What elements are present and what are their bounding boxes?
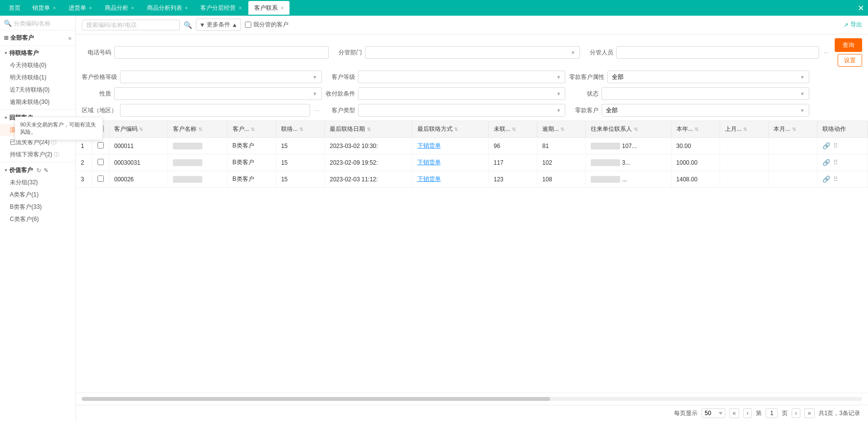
col-this-year-sort[interactable]: ⇅	[695, 126, 699, 132]
close-purchaseorder-icon[interactable]: ×	[89, 5, 92, 11]
sidebar-search-input[interactable]	[14, 20, 76, 27]
lingqu-attr-select[interactable]: 全部 ▼	[607, 71, 809, 83]
edit-icon[interactable]: ✎	[44, 167, 48, 174]
nav-prev-button[interactable]: ‹	[743, 408, 752, 418]
sidebar-item-ungrouped[interactable]: 未分组(32)	[0, 176, 75, 189]
action-more-icon-1[interactable]: ⠿	[833, 159, 838, 166]
manager-select[interactable]	[616, 46, 819, 59]
sidebar-search-icon: 🔍	[4, 20, 12, 27]
col-code-sort[interactable]: ⇅	[139, 126, 143, 132]
filter-field-gender: 性质 ▼	[82, 87, 322, 100]
status-arrow: ▼	[800, 91, 805, 97]
nav-tab-purchaseorder[interactable]: 进货单 ×	[63, 1, 98, 15]
row-checkbox-2[interactable]	[97, 175, 104, 182]
col-contact-person-sort[interactable]: ⇅	[634, 126, 638, 132]
nav-tab-customer-segment[interactable]: 客户分层经营 ×	[194, 1, 247, 15]
col-last-date-sort[interactable]: ⇅	[367, 126, 371, 132]
sidebar-search-area: 🔍	[0, 16, 75, 30]
nav-tab-salesorder[interactable]: 销货单 ×	[26, 1, 62, 15]
customer-type-select[interactable]: ▼	[358, 104, 566, 117]
search-input[interactable]	[82, 20, 180, 30]
status-select[interactable]: ▼	[602, 87, 809, 100]
export-icon: ↗	[844, 22, 848, 28]
sidebar-item-overdue[interactable]: 逾期未联络(30)	[0, 96, 75, 108]
close-window-icon[interactable]: ✕	[858, 3, 864, 13]
class-c-label: C类客户(6)	[10, 215, 39, 223]
per-page-select[interactable]: 50 20 100	[701, 408, 725, 418]
col-contact-sort[interactable]: ⇅	[299, 126, 303, 132]
cell-contact-2: 15	[276, 171, 324, 188]
row-checkbox-0[interactable]	[97, 142, 104, 149]
col-name-label: 客户名称	[173, 125, 196, 132]
query-button[interactable]: 查询	[835, 38, 862, 52]
export-button[interactable]: ↗ 导出	[844, 21, 862, 29]
col-unlocked: 未联... ⇅	[488, 121, 537, 138]
price-level-select[interactable]: ▼	[120, 71, 322, 83]
close-salesorder-icon[interactable]: ×	[53, 5, 56, 11]
close-analysis-list-icon[interactable]: ×	[185, 5, 188, 11]
col-overdue-sort[interactable]: ⇅	[560, 126, 564, 132]
sidebar-collapse-icon[interactable]: «	[68, 35, 72, 42]
last-method-link-1[interactable]: 下销货单	[417, 159, 441, 166]
lingqu-attr-arrow: ▼	[800, 74, 805, 80]
last-method-link-0[interactable]: 下销货单	[417, 142, 441, 149]
dept-select[interactable]: ▼	[365, 46, 579, 59]
sidebar-item-class-a[interactable]: A类客户(1)	[0, 189, 75, 201]
action-link-icon-0[interactable]: 🔗	[822, 142, 830, 149]
my-customers-checkbox[interactable]	[245, 22, 251, 28]
my-customers-checkbox-label[interactable]: 我分管的客户	[245, 21, 289, 29]
action-more-icon-2[interactable]: ⠿	[833, 175, 838, 183]
col-unlocked-sort[interactable]: ⇅	[512, 126, 516, 132]
sidebar-item-class-b[interactable]: B类客户(33)	[0, 201, 75, 213]
scrollbar-thumb[interactable]	[82, 397, 550, 401]
sidebar-item-7days[interactable]: 近7天待联络(0)	[0, 84, 75, 96]
phone-input[interactable]	[114, 46, 329, 59]
close-analysis-icon[interactable]: ×	[131, 5, 134, 11]
sidebar-item-tomorrow[interactable]: 明天待联络(1)	[0, 72, 75, 84]
more-conditions-button[interactable]: ▼ 更多条件 ▲	[196, 19, 241, 31]
manager-more-icon[interactable]: ···	[822, 49, 831, 56]
customer-level-select[interactable]: ▼	[358, 71, 566, 83]
filter-field-customer-type: 客户类型 ▼	[326, 104, 566, 117]
nav-tab-analysis-list[interactable]: 商品分析列表 ×	[141, 1, 194, 15]
close-customer-contact-icon[interactable]: ×	[281, 5, 284, 11]
cell-actions-2: 🔗 ⠿	[817, 171, 868, 188]
region-select[interactable]	[120, 104, 310, 117]
horizontal-scrollbar[interactable]	[82, 397, 862, 401]
row-checkbox-1[interactable]	[97, 159, 104, 165]
close-customer-segment-icon[interactable]: ×	[239, 5, 241, 11]
advanced-filter-panel: 电话号码 分管部门 ▼ 分管人员 ··· 查询	[76, 34, 868, 121]
nav-last-button[interactable]: »	[804, 408, 815, 418]
refresh-icon[interactable]: ↻	[36, 167, 41, 174]
col-last-month-sort[interactable]: ⇅	[743, 126, 747, 132]
action-link-icon-1[interactable]: 🔗	[822, 159, 830, 166]
today-contact-label: 今天待联络(0)	[10, 61, 47, 70]
nav-first-button[interactable]: «	[729, 408, 740, 418]
col-this-month-sort[interactable]: ⇅	[792, 126, 796, 132]
settings-button[interactable]: 设置	[838, 54, 862, 67]
col-last-method-sort[interactable]: ⇅	[454, 126, 458, 132]
nav-tab-customer-contact[interactable]: 客户联系 ×	[248, 1, 289, 15]
lingqu-customer-select[interactable]: 全部 ▼	[602, 104, 809, 117]
action-more-icon-0[interactable]: ⠿	[833, 142, 838, 149]
section-pending-label: 待联络客户	[9, 49, 39, 57]
sidebar-all-customers[interactable]: ⊞ 全部客户 «	[0, 30, 75, 46]
gender-label: 性质	[82, 90, 111, 98]
sidebar-item-class-c[interactable]: C类客户(6)	[0, 213, 75, 225]
action-link-icon-2[interactable]: 🔗	[822, 175, 830, 183]
lingqu-attr-value: 全部	[612, 73, 624, 81]
nav-next-button[interactable]: ›	[792, 408, 800, 418]
col-unlocked-label: 未联...	[494, 125, 510, 132]
nav-tab-analysis[interactable]: 商品分析 ×	[99, 1, 140, 15]
col-name-sort[interactable]: ⇅	[198, 126, 202, 132]
sidebar-item-declining[interactable]: 持续下滑客户(2) ⓘ	[0, 149, 75, 161]
payment-select[interactable]: ▼	[358, 87, 566, 100]
nav-home[interactable]: 首页	[4, 4, 25, 12]
overdue-contact-label: 逾期未联络(30)	[10, 98, 49, 106]
col-type-sort[interactable]: ⇅	[251, 126, 255, 132]
search-button[interactable]: 🔍	[184, 21, 192, 29]
region-more-icon[interactable]: ···	[313, 107, 322, 114]
gender-select[interactable]: ▼	[114, 87, 322, 100]
last-method-link-2[interactable]: 下销货单	[417, 175, 441, 182]
sidebar-item-today[interactable]: 今天待联络(0)	[0, 59, 75, 72]
